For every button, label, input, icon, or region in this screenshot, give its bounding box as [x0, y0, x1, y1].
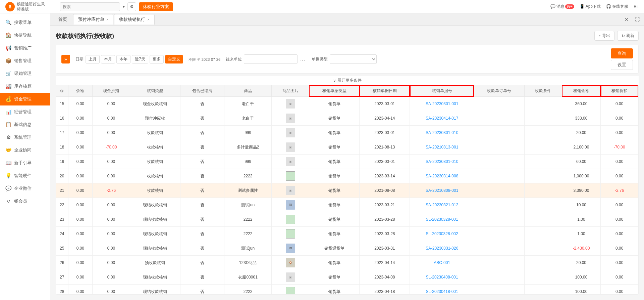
table-row: 22 0.00 0.00 现结收款核销 否 测试jun 🖼 销货单 2023-0…	[56, 198, 638, 212]
tab-expand-btn[interactable]: ⛶	[633, 15, 641, 24]
cell-writeoff-bill-no[interactable]: SA-20210813-001	[410, 140, 474, 155]
sidebar-item-finance[interactable]: 💰 资金管理	[0, 93, 50, 105]
cell-writeoff-bill-no[interactable]: SL-20230408-001	[410, 270, 474, 285]
cell-receipt-condition	[525, 169, 562, 183]
date-btn-this-year[interactable]: 本年	[116, 55, 130, 63]
date-btn-custom[interactable]: 自定义	[165, 55, 183, 63]
tab-writeoff[interactable]: 收款核销执行 ×	[114, 14, 154, 25]
cell-product: 2222	[224, 212, 272, 227]
cell-receipt-condition	[525, 140, 562, 155]
tab-prepay[interactable]: 预付冲应付单 ×	[73, 14, 113, 25]
cell-writeoff-amount: 10.00	[562, 198, 601, 212]
cell-cash-discount: -70.00	[93, 140, 130, 155]
sidebar-item-smart-hw[interactable]: 💡 智能硬件	[0, 169, 50, 182]
app-download-btn[interactable]: 📱 App下载	[580, 4, 601, 9]
cell-writeoff-amount: 100.00	[562, 270, 601, 285]
export-button[interactable]: ↑ 导出	[594, 31, 614, 41]
main-layout: 🔍 搜索菜单 🏠 快捷导航 📢 营销推广 📦 销售管理 🛒 采购管理 🏭 库存核…	[0, 13, 644, 300]
sidebar-item-member[interactable]: V 畅会员	[0, 195, 50, 208]
cell-include-settled: 否	[180, 241, 224, 256]
cell-id: 19	[56, 155, 68, 169]
th-gear[interactable]: ⚙	[56, 85, 68, 97]
sidebar-item-label: 畅会员	[14, 198, 27, 204]
refresh-button[interactable]: ↻ 刷新	[617, 31, 639, 41]
tab-home[interactable]: 首页	[53, 14, 72, 25]
cell-writeoff-bill-no[interactable]: SA-20210808-001	[410, 183, 474, 198]
cell-writeoff-bill-no[interactable]: SL-20230328-001	[410, 212, 474, 227]
inventory-icon: 🏭	[5, 83, 11, 89]
cell-writeoff-bill-no[interactable]: SA-20230321-012	[410, 198, 474, 212]
sidebar-item-quick-nav[interactable]: 🏠 快捷导航	[0, 29, 50, 42]
search-dropdown[interactable]: ▾	[123, 4, 125, 9]
sidebar-item-enterprise[interactable]: 🤝 企业协同	[0, 144, 50, 157]
filter-expand-btn[interactable]: »	[61, 55, 70, 63]
sidebar-item-guide[interactable]: 📖 新手引导	[0, 157, 50, 169]
date-btn-7days[interactable]: 近7天	[132, 55, 148, 63]
settings-button[interactable]: 设置	[611, 60, 633, 70]
cell-product-image	[272, 285, 309, 295]
cell-receipt-order-no	[474, 270, 524, 285]
cell-include-settled: 否	[180, 227, 224, 241]
sidebar-item-label: 企业协同	[14, 147, 32, 153]
cell-receipt-order-no	[474, 155, 524, 169]
table-row: 20 0.00 0.00 收款核销 否 2222 销货单 2023-03-14 …	[56, 169, 638, 183]
export-icon: ↑	[599, 34, 601, 38]
cell-product: 测试多属性	[224, 183, 272, 198]
cell-writeoff-bill-no[interactable]: SA-20230301-010	[410, 126, 474, 140]
billtype-select[interactable]	[330, 54, 377, 64]
sidebar-item-basic-info[interactable]: 📋 基础信息	[0, 118, 50, 131]
cell-id: 16	[56, 111, 68, 126]
expand-more-btn[interactable]: ∨ 展开更多条件	[333, 78, 362, 83]
cell-writeoff-amount: 333.00	[562, 111, 601, 126]
cell-cash-discount: 0.00	[93, 111, 130, 126]
cell-writeoff-bill-no[interactable]: SA-20230301-001	[410, 97, 474, 111]
sidebar-item-wechat[interactable]: 💬 企业微信	[0, 182, 50, 195]
cell-write-off-type: 现结收款核销	[130, 227, 180, 241]
cell-receipt-condition	[525, 285, 562, 295]
sidebar-item-system[interactable]: ⚙ 系统管理	[0, 131, 50, 144]
date-btn-this-month[interactable]: 本月	[101, 55, 115, 63]
tab-close-btn[interactable]: ✕	[623, 15, 631, 24]
th-receipt-condition: 收款条件	[525, 85, 562, 97]
industry-btn[interactable]: 休验行业方案	[139, 2, 173, 11]
cell-writeoff-discount: 0.00	[601, 97, 638, 111]
cell-writeoff-discount: 0.00	[601, 241, 638, 256]
cell-writeoff-bill-no[interactable]: SL-20230418-001	[410, 285, 474, 295]
filter-date-group: 日期 上月 本月 本年 近7天 更多 自定义	[75, 55, 183, 63]
search-input[interactable]	[60, 2, 120, 11]
tab-writeoff-close[interactable]: ×	[147, 17, 149, 22]
cell-writeoff-bill-no[interactable]: ABC-001	[410, 256, 474, 270]
cell-cash-discount: 0.00	[93, 97, 130, 111]
cell-writeoff-bill-no[interactable]: SA-20230314-008	[410, 169, 474, 183]
sidebar-item-label: 系统管理	[14, 134, 32, 140]
table-row: 25 0.00 0.00 现结收款核销 否 测试jun 🖼 销货退货单 2023…	[56, 241, 638, 256]
system-icon: ⚙	[5, 134, 11, 140]
sidebar-item-purchase[interactable]: 🛒 采购管理	[0, 67, 50, 80]
cell-writeoff-bill-no[interactable]: SL-20230328-002	[410, 227, 474, 241]
cell-writeoff-bill-type: 销货单	[309, 270, 359, 285]
sidebar-item-sales[interactable]: 📦 销售管理	[0, 54, 50, 67]
cell-writeoff-bill-no[interactable]: SA-20230301-010	[410, 155, 474, 169]
date-btn-last-month[interactable]: 上月	[86, 55, 100, 63]
query-button[interactable]: 查询	[611, 48, 633, 58]
sidebar-item-inventory[interactable]: 🏭 库存核算	[0, 80, 50, 93]
cell-writeoff-amount: 1.00	[562, 212, 601, 227]
messages-btn[interactable]: 💬 消息99+	[550, 4, 574, 9]
table-row: 18 0.00 -70.00 收款核销 否 多计量商品2 ▣ 销货单 2021-…	[56, 140, 638, 155]
online-service-btn[interactable]: 🎧 在线客服	[606, 4, 628, 9]
sidebar-item-operations[interactable]: 📊 经营管理	[0, 105, 50, 118]
cell-write-off-type: 收款核销	[130, 169, 180, 183]
sidebar-item-label: 资金管理	[14, 96, 32, 102]
cell-writeoff-discount: 0.00	[601, 169, 638, 183]
logo-icon: 6	[5, 2, 15, 11]
tab-prepay-close[interactable]: ×	[106, 17, 108, 22]
sidebar-item-search-menu[interactable]: 🔍 搜索菜单	[0, 16, 50, 29]
cell-writeoff-bill-no[interactable]: SA-20230414-017	[410, 111, 474, 126]
cell-id: 27	[56, 270, 68, 285]
cell-id: 20	[56, 169, 68, 183]
partner-input[interactable]	[244, 54, 298, 64]
sidebar-item-marketing[interactable]: 📢 营销推广	[0, 42, 50, 54]
date-btn-more[interactable]: 更多	[150, 55, 164, 63]
cell-writeoff-bill-no[interactable]: SA-20230331-026	[410, 241, 474, 256]
settings-icon[interactable]: ⚙	[127, 2, 136, 11]
